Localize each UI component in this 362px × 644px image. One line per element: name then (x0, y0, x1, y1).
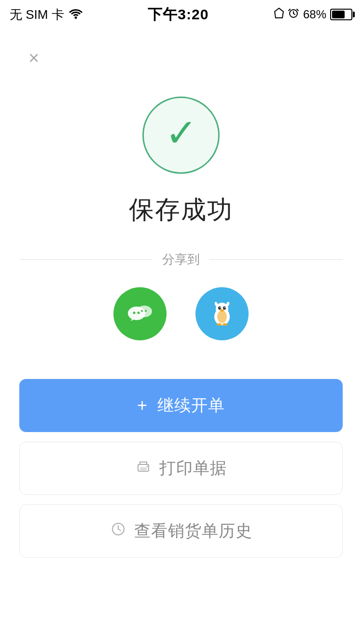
svg-point-14 (217, 310, 227, 323)
close-icon: × (28, 49, 39, 67)
continue-label: 继续开单 (157, 394, 225, 417)
status-right: 68% (274, 7, 352, 22)
main-content: ✓ 保存成功 分享到 (0, 87, 362, 644)
print-label: 打印单据 (159, 457, 227, 479)
svg-point-12 (224, 307, 225, 308)
qq-icon (208, 299, 237, 328)
svg-point-5 (141, 310, 143, 312)
share-divider: 分享到 (19, 251, 343, 268)
history-button[interactable]: 查看销货单历史 (19, 504, 343, 558)
share-icons (113, 287, 249, 340)
divider-left (19, 259, 153, 260)
continue-button[interactable]: + 继续开单 (19, 379, 343, 432)
wechat-share-button[interactable] (113, 287, 167, 340)
status-left: 无 SIM 卡 (10, 6, 83, 23)
wifi-icon (69, 7, 83, 22)
svg-rect-20 (140, 467, 147, 470)
qq-share-button[interactable] (195, 287, 249, 340)
svg-point-2 (137, 306, 152, 317)
action-buttons: + 继续开单 打印单据 查看销货单历史 (19, 379, 343, 558)
battery-icon (330, 9, 352, 20)
status-time: 下午3:20 (148, 5, 209, 25)
plus-icon: + (137, 395, 148, 416)
history-icon (110, 521, 126, 541)
close-button[interactable]: × (14, 39, 53, 77)
alarm-icon (288, 7, 299, 22)
svg-point-15 (217, 323, 222, 326)
success-title: 保存成功 (129, 193, 233, 227)
status-bar: 无 SIM 卡 下午3:20 68% (0, 0, 362, 29)
svg-point-10 (223, 307, 226, 310)
history-label: 查看销货单历史 (134, 520, 252, 542)
checkmark-icon: ✓ (165, 114, 197, 153)
svg-point-11 (220, 307, 221, 308)
divider-right (209, 259, 343, 260)
share-label: 分享到 (162, 251, 200, 268)
svg-point-4 (138, 312, 140, 314)
location-icon (274, 8, 284, 21)
battery-pct: 68% (303, 8, 326, 21)
wechat-icon (124, 298, 156, 330)
svg-point-3 (133, 312, 136, 314)
no-sim-label: 无 SIM 卡 (10, 6, 64, 23)
svg-point-16 (223, 323, 227, 326)
print-icon (135, 458, 152, 478)
svg-point-21 (147, 466, 148, 467)
print-button[interactable]: 打印单据 (19, 442, 343, 495)
svg-point-6 (145, 310, 147, 312)
success-circle: ✓ (142, 97, 220, 174)
svg-point-9 (218, 307, 221, 310)
